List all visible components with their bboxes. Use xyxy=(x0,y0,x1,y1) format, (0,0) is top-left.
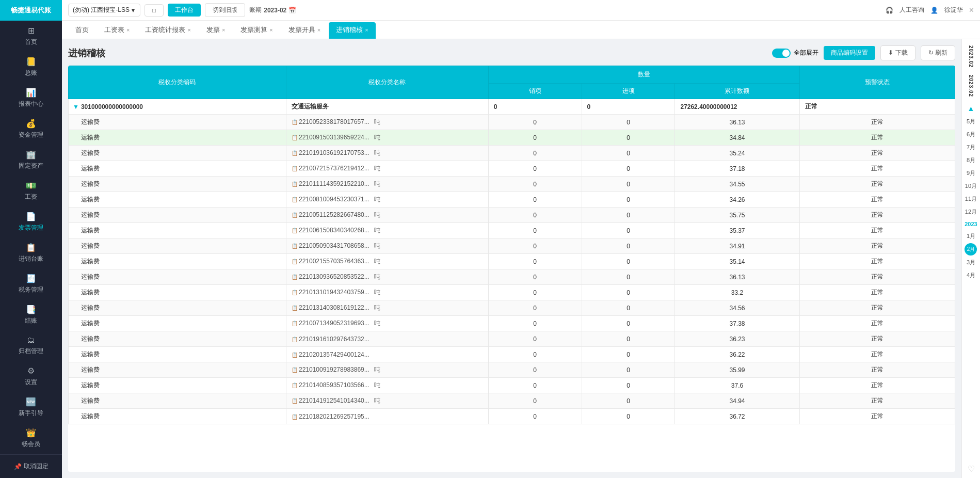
cell-purchase: 0 xyxy=(582,223,675,238)
panel-year3[interactable]: 2023 xyxy=(963,219,978,229)
switch-old-button[interactable]: 切到旧版 xyxy=(205,3,245,17)
cell-sales: 0 xyxy=(488,347,582,362)
unpin-button[interactable]: 📌 取消固定 xyxy=(0,459,62,474)
table-row[interactable]: 运输费 📋2210091503139659224... 吨 0 0 34.84 … xyxy=(69,130,955,146)
table-row[interactable]: 运输费 📋2210130936520853522... 吨 0 0 36.13 … xyxy=(69,269,955,285)
table-row[interactable]: 运输费 📋2210052338178017657... 吨 0 0 36.13 … xyxy=(69,115,955,130)
table-row[interactable]: 运输费 📋2210191036192170753... 吨 0 0 35.24 … xyxy=(69,146,955,161)
tab-invoice-calc[interactable]: 发票测算 × xyxy=(233,22,280,39)
panel-heart[interactable]: ♡ xyxy=(968,464,975,478)
sidebar-item-home[interactable]: ⊞ 首页 xyxy=(0,21,62,52)
table-row[interactable]: 运输费 📋2210111143592152210... 吨 0 0 34.55 … xyxy=(69,177,955,192)
close-icon[interactable]: × xyxy=(222,27,225,33)
sidebar-item-salary[interactable]: 💵 工资 xyxy=(0,176,62,206)
sidebar-item-settle[interactable]: 📑 结账 xyxy=(0,299,62,330)
close-icon[interactable]: × xyxy=(317,27,320,33)
calendar-icon[interactable]: 📅 xyxy=(288,7,296,14)
sidebar-item-report[interactable]: 📊 报表中心 xyxy=(0,83,62,114)
sidebar-item-capital[interactable]: 💰 资金管理 xyxy=(0,114,62,145)
expand-toggle[interactable] xyxy=(772,49,791,58)
close-icon[interactable]: × xyxy=(187,27,190,33)
table-row[interactable]: 运输费 📋2210072157376219412... 吨 0 0 37.18 … xyxy=(69,161,955,177)
sidebar-item-settings[interactable]: ⚙ 设置 xyxy=(0,361,62,392)
panel-month-8[interactable]: 8月 xyxy=(966,154,976,166)
panel-month-7[interactable]: 7月 xyxy=(966,141,976,153)
panel-month-12[interactable]: 12月 xyxy=(964,206,978,218)
panel-month-5[interactable]: 5月 xyxy=(966,116,976,128)
close-icon[interactable]: × xyxy=(269,27,272,33)
cell-purchase: 0 xyxy=(582,115,675,130)
sidebar-item-invoice[interactable]: 📄 发票管理 xyxy=(0,206,62,237)
cell-sales: 0 xyxy=(488,331,582,347)
cell-cumulative: 36.23 xyxy=(675,331,799,347)
table-row[interactable]: 运输费 📋2210051125282667480... 吨 0 0 35.75 … xyxy=(69,208,955,223)
support-icon: 🎧 xyxy=(886,7,893,14)
table-row[interactable]: 运输费 📋2210191610297643732... 0 0 36.23 正常 xyxy=(69,331,955,347)
tab-sales-check[interactable]: 进销稽核 × xyxy=(329,22,375,39)
panel-month-4[interactable]: 4月 xyxy=(966,269,976,281)
cell-invoice: 📋2210050903431708658... 吨 xyxy=(286,238,488,254)
user-service[interactable]: 人工咨询 xyxy=(899,6,924,14)
sidebar-item-ledger[interactable]: 📒 总账 xyxy=(0,52,62,83)
table-row[interactable]: 运输费 📋2210061508340340268... 吨 0 0 35.37 … xyxy=(69,223,955,238)
tab-invoice-open[interactable]: 发票开具 × xyxy=(281,22,328,39)
workbench-button[interactable]: 工作台 xyxy=(168,4,201,17)
file-icon: 📋 xyxy=(292,166,298,171)
cell-status: 正常 xyxy=(799,269,955,285)
table-row[interactable]: 运输费 📋2210071349052319693... 吨 0 0 37.38 … xyxy=(69,316,955,331)
tab-salary-stat[interactable]: 工资统计报表 × xyxy=(138,22,198,39)
sidebar-item-purchase[interactable]: 📋 进销台账 xyxy=(0,237,62,268)
sidebar-item-member[interactable]: 👑 畅会员 xyxy=(0,423,62,454)
close-icon[interactable]: × xyxy=(126,27,130,33)
panel-month-2-active[interactable]: 2月 xyxy=(965,243,977,256)
panel-year1[interactable]: 2023.02 xyxy=(967,43,975,70)
tab-invoice[interactable]: 发票 × xyxy=(199,22,232,39)
company-selector[interactable]: (勿动) 江西报宝-LSS ▾ xyxy=(68,4,140,17)
page-title: 进销稽核 xyxy=(68,47,105,59)
refresh-btn[interactable]: ↻ 刷新 xyxy=(921,45,955,60)
panel-month-3[interactable]: 3月 xyxy=(966,257,976,268)
panel-year2[interactable]: 2023.02 xyxy=(967,73,975,99)
close-button[interactable]: × xyxy=(969,6,974,15)
table-row[interactable]: 运输费 📋2210100919278983869... 吨 0 0 35.99 … xyxy=(69,362,955,378)
table-row[interactable]: 运输费 📋2210131019432403759... 吨 0 0 33.2 正… xyxy=(69,285,955,300)
cell-cumulative: 35.75 xyxy=(675,208,799,223)
table-row[interactable]: 运输费 📋2210140859357103566... 吨 0 0 37.6 正… xyxy=(69,378,955,393)
sidebar-item-archive[interactable]: 🗂 归档管理 xyxy=(0,330,62,361)
cell-name: 运输费 xyxy=(69,269,286,285)
panel-month-1[interactable]: 1月 xyxy=(966,230,976,242)
panel-months-group1: ▲ 5月 6月 7月 8月 9月 10月 11月 12月 2023 1月 2月 … xyxy=(963,102,978,281)
sidebar-item-assets[interactable]: 🏢 固定资产 xyxy=(0,145,62,176)
company-name: (勿动) 江西报宝-LSS xyxy=(73,6,130,14)
download-btn[interactable]: ⬇ 下载 xyxy=(880,45,915,60)
table-row[interactable]: ▼301000000000000000 交通运输服务 0 0 27262.400… xyxy=(69,99,955,115)
file-icon: 📋 xyxy=(292,367,298,373)
copy-button[interactable]: □ xyxy=(144,4,164,17)
panel-month-6[interactable]: 6月 xyxy=(966,129,976,140)
table-row[interactable]: 运输费 📋2210021557035764363... 吨 0 0 35.14 … xyxy=(69,254,955,269)
panel-month-11[interactable]: 11月 xyxy=(964,193,978,205)
panel-chevron-up[interactable]: ▲ xyxy=(967,102,976,115)
table-row[interactable]: 运输费 📋2210201357429400124... 0 0 36.22 正常 xyxy=(69,347,955,362)
table-row[interactable]: 运输费 📋2210182021269257195... 0 0 36.72 正常 xyxy=(69,409,955,424)
close-icon[interactable]: × xyxy=(365,27,368,33)
panel-month-9[interactable]: 9月 xyxy=(966,167,976,179)
main-content: 进销稽核 全部展开 商品编码设置 ⬇ 下载 ↻ 刷新 xyxy=(62,39,961,478)
table-row[interactable]: 运输费 📋2210131403081619122... 吨 0 0 34.56 … xyxy=(69,300,955,316)
cell-status: 正常 xyxy=(799,192,955,208)
cell-cumulative: 34.91 xyxy=(675,238,799,254)
table-row[interactable]: 运输费 📋2210081009453230371... 吨 0 0 34.26 … xyxy=(69,192,955,208)
data-table-wrap: 税收分类编码 税收分类名称 数量 预警状态 销项 进项 累计数额 xyxy=(68,66,955,472)
cell-name: 运输费 xyxy=(69,115,286,130)
tab-salary[interactable]: 工资表 × xyxy=(97,22,137,39)
settings-btn[interactable]: 商品编码设置 xyxy=(824,46,875,60)
panel-month-10[interactable]: 10月 xyxy=(964,180,978,192)
file-icon: 📋 xyxy=(292,197,298,202)
file-icon: 📋 xyxy=(292,150,298,156)
table-row[interactable]: 运输费 📋2210141912541014340... 吨 0 0 34.94 … xyxy=(69,393,955,409)
table-row[interactable]: 运输费 📋2210050903431708658... 吨 0 0 34.91 … xyxy=(69,238,955,254)
sidebar-item-newguide[interactable]: 🆕 新手引导 xyxy=(0,392,62,423)
sidebar-item-tax[interactable]: 🧾 税务管理 xyxy=(0,268,62,299)
expand-icon[interactable]: ▼ xyxy=(73,103,79,110)
tab-home[interactable]: 首页 xyxy=(68,22,96,39)
